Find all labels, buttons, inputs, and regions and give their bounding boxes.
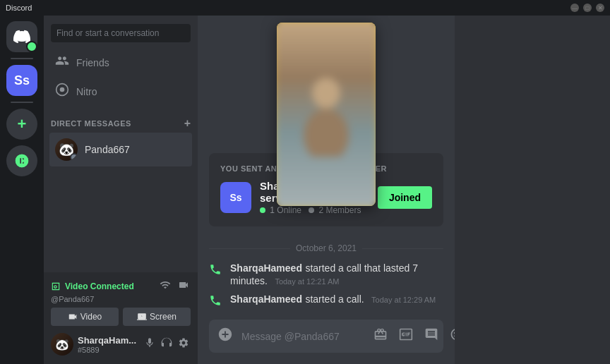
phone-icon-button[interactable]: [177, 278, 191, 295]
date-label: October 6, 2021: [296, 243, 357, 253]
message-item-1: SharqaHameed started a call that lasted …: [209, 262, 443, 287]
message-time-2: Today at 12:29 AM: [371, 296, 436, 304]
message-content-1: SharqaHameed started a call that lasted …: [230, 262, 443, 287]
chat-area: YOU SENT AN INVITE TO JOIN A SERVER Ss S…: [198, 16, 455, 364]
server-divider: [11, 58, 33, 59]
search-input[interactable]: [51, 24, 191, 42]
user-icons: [143, 336, 191, 353]
message-text-2: started a call.: [305, 293, 364, 305]
video-button[interactable]: Video: [51, 308, 119, 326]
dm-list: 🐼 Panda667: [44, 133, 198, 166]
video-connected-text: Video Connected: [65, 281, 134, 291]
section-title: DIRECT MESSAGES: [51, 119, 131, 128]
discord-home-icon[interactable]: [6, 21, 37, 52]
section-header: DIRECT MESSAGES +: [44, 106, 198, 133]
invite-label: YOU SENT AN INVITE TO JOIN A SERVER: [220, 164, 432, 173]
add-icon: +: [18, 115, 27, 133]
dm-avatar-status: [70, 153, 78, 161]
app-container: Ss + Friends: [0, 16, 610, 364]
minimize-button[interactable]: —: [570, 4, 579, 12]
friends-icon: [55, 54, 69, 71]
signal-icon-button[interactable]: [158, 278, 172, 295]
members-indicator: 2 Members: [309, 205, 361, 215]
chat-input-box: [209, 320, 443, 353]
message-time-1: Today at 12:21 AM: [275, 277, 339, 286]
user-avatar: 🐼: [51, 333, 73, 356]
video-status-label: Video Connected: [51, 278, 191, 295]
gift-button[interactable]: [371, 324, 390, 348]
section-add-button[interactable]: +: [184, 117, 191, 130]
members-dot: [309, 207, 314, 213]
nitro-icon: [55, 83, 69, 100]
message-content-2: SharqaHameed started a call. Today at 12…: [230, 293, 443, 305]
user-tag: #5889: [78, 346, 138, 354]
user-area: Video Connected: [44, 272, 198, 364]
explore-button[interactable]: [6, 145, 37, 176]
video-connected-status: Video Connected: [51, 278, 191, 303]
invite-server-initials: Ss: [229, 192, 241, 203]
gif-button[interactable]: [396, 324, 416, 348]
message-item-2: SharqaHameed started a call. Today at 12…: [209, 293, 443, 308]
server-icon-label: Ss: [14, 73, 30, 88]
headphone-button[interactable]: [160, 336, 174, 353]
titlebar: Discord — □ ✕: [0, 0, 610, 16]
server-icon-ss[interactable]: Ss: [6, 65, 37, 96]
user-name: SharqaHam...: [78, 335, 138, 346]
call-icon-1: [209, 263, 223, 277]
invite-server-info: SharqaHameed's server 1 Online 2 Members: [260, 180, 369, 215]
titlebar-title: Discord: [6, 4, 32, 12]
video-status-user: @Panda667: [51, 295, 191, 303]
friends-nav-item[interactable]: Friends: [49, 48, 192, 77]
invite-server-name: SharqaHameed's server: [260, 180, 369, 204]
screen-button[interactable]: Screen: [123, 308, 191, 326]
screen-btn-label: Screen: [150, 312, 177, 322]
date-divider: October 6, 2021: [209, 243, 443, 253]
add-server-button[interactable]: +: [6, 109, 37, 140]
maximize-button[interactable]: □: [583, 4, 592, 12]
dm-contact-name: Panda667: [85, 144, 130, 155]
input-actions: [371, 324, 455, 348]
close-button[interactable]: ✕: [596, 4, 604, 12]
video-btn-label: Video: [80, 312, 102, 322]
online-dot: [260, 207, 265, 213]
user-info: SharqaHam... #5889: [78, 335, 138, 354]
chat-messages: YOU SENT AN INVITE TO JOIN A SERVER Ss S…: [198, 16, 455, 320]
video-controls: Video Screen: [51, 308, 191, 326]
sticker-button[interactable]: [421, 324, 441, 348]
nitro-nav-item[interactable]: Nitro: [49, 77, 192, 106]
online-indicator: 1 Online: [260, 205, 301, 215]
settings-button[interactable]: [177, 336, 191, 353]
dm-avatar-panda667: 🐼: [55, 138, 78, 161]
nitro-label: Nitro: [76, 86, 97, 97]
search-bar: [44, 16, 198, 48]
invite-box: YOU SENT AN INVITE TO JOIN A SERVER Ss S…: [209, 153, 443, 226]
svg-point-1: [60, 87, 65, 92]
invite-server-stats: 1 Online 2 Members: [260, 205, 369, 215]
right-panel: [455, 16, 610, 364]
chat-input-area: [198, 320, 455, 364]
dm-sidebar: Friends Nitro DIRECT MESSAGES + 🐼: [44, 16, 198, 364]
invite-server: Ss SharqaHameed's server 1 Online 2 Memb…: [220, 180, 432, 215]
friends-label: Friends: [76, 57, 109, 68]
user-profile: 🐼 SharqaHam... #5889: [51, 330, 191, 358]
message-sender-2: SharqaHameed: [230, 293, 302, 305]
message-sender-1: SharqaHameed: [230, 262, 302, 274]
chat-input[interactable]: [241, 322, 365, 351]
server-sidebar: Ss +: [0, 16, 44, 364]
call-icon-2: [209, 294, 223, 308]
invite-server-icon: Ss: [220, 182, 251, 213]
emoji-button[interactable]: [447, 324, 455, 348]
titlebar-controls: — □ ✕: [570, 4, 604, 12]
joined-button[interactable]: Joined: [378, 186, 432, 209]
mic-button[interactable]: [143, 336, 157, 353]
dm-item-panda667[interactable]: 🐼 Panda667: [49, 133, 192, 166]
server-divider-2: [11, 102, 33, 103]
input-add-button[interactable]: [215, 320, 236, 353]
dm-nav: Friends Nitro: [44, 48, 198, 106]
